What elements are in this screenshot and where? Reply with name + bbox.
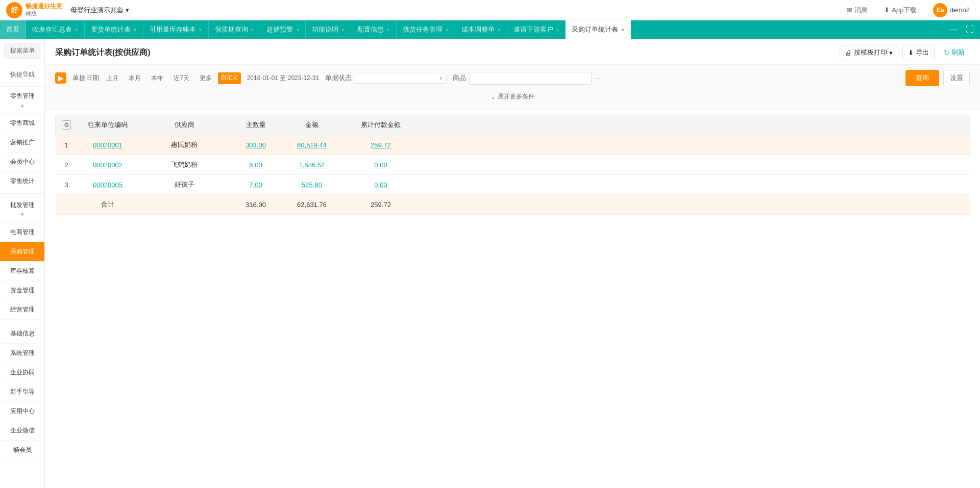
expand-more-area: ⌄ 展开更多条件 xyxy=(55,89,970,104)
tab-shoufuhuizong[interactable]: 收发存汇总表 × xyxy=(26,20,85,39)
close-icon[interactable]: × xyxy=(75,27,78,33)
amount-link[interactable]: 60,519.44 xyxy=(297,141,327,149)
paid-link[interactable]: 0.00 xyxy=(374,181,387,189)
sidebar-item-kucunhesuan[interactable]: 库存核算 xyxy=(0,262,44,281)
refresh-button[interactable]: ↻ 刷新 xyxy=(939,45,970,60)
qty-link[interactable]: 6.00 xyxy=(249,161,262,169)
print-button[interactable]: 🖨 按模板打印 ▾ xyxy=(840,45,898,60)
column-settings-icon[interactable]: ⚙ xyxy=(62,120,71,130)
print-arrow-icon: ▾ xyxy=(889,49,893,57)
sidebar-item-pifaguanli[interactable]: 批发管理 ▼ xyxy=(0,196,44,223)
query-button[interactable]: 查询 xyxy=(905,70,939,86)
tab-peihuorenwu[interactable]: 拣货任务管理 × xyxy=(397,20,455,39)
close-icon[interactable]: × xyxy=(498,27,501,33)
code-link[interactable]: 00020005 xyxy=(93,181,122,189)
close-icon[interactable]: × xyxy=(296,27,299,33)
goods-input[interactable] xyxy=(469,72,592,85)
code-link[interactable]: 00020002 xyxy=(93,161,122,169)
tab-baozhiqi[interactable]: 保质期查询 × xyxy=(209,20,261,39)
amount-link[interactable]: 525.80 xyxy=(302,181,322,189)
sidebar-item-xinshoudayin[interactable]: 新手引导 xyxy=(0,382,44,402)
table-row: 3 00020005 好孩子 7.00 525.80 0.00 xyxy=(56,175,970,195)
tab-home[interactable]: 首页 xyxy=(0,20,26,39)
sidebar-item-label: 系统管理 xyxy=(10,349,35,357)
close-icon[interactable]: × xyxy=(446,27,449,33)
tab-keyongliang[interactable]: 可用量库存账本 × xyxy=(143,20,209,39)
messages-button[interactable]: ✉ 消息 xyxy=(843,4,872,17)
sidebar-item-xitongguanli[interactable]: 系统管理 xyxy=(0,344,44,363)
table-header-row: ⚙ 往来单位编码 供应商 主数量 金额 累计付款金额 xyxy=(56,115,970,135)
qty-link[interactable]: 303.00 xyxy=(246,141,266,149)
quick-nav-button[interactable]: 快捷导航 xyxy=(4,67,40,82)
sidebar-item-qiyexietong[interactable]: 企业协同 xyxy=(0,363,44,382)
row-empty xyxy=(419,135,970,155)
close-icon[interactable]: × xyxy=(341,27,345,33)
date-more-button[interactable]: 更多 xyxy=(195,72,216,84)
close-icon[interactable]: × xyxy=(556,27,559,33)
chevron-icon: ▼ xyxy=(20,212,25,217)
close-icon[interactable]: × xyxy=(199,27,202,33)
goods-more-icon[interactable]: ··· xyxy=(595,74,601,82)
top-bar: 好 畅捷通好生意 标版 母婴行业演示账套 ▾ ✉ 消息 ⬇ App下载 Ea d… xyxy=(0,0,980,20)
tab-chengbentiaozhen[interactable]: 成本调整单 × xyxy=(455,20,507,39)
sidebar-item-ziinjinguanli[interactable]: 资金管理 xyxy=(0,281,44,300)
minimize-button[interactable]: — xyxy=(947,25,960,34)
paid-link[interactable]: 0.00 xyxy=(374,161,387,169)
sidebar-item-huiyuanzhongxin[interactable]: 会员中心 xyxy=(0,152,44,172)
sidebar-item-label: 应用中心 xyxy=(10,407,35,416)
expand-more-button[interactable]: ⌄ 展开更多条件 xyxy=(491,92,534,101)
paid-link[interactable]: 259.72 xyxy=(371,141,391,149)
expand-label: 展开更多条件 xyxy=(498,92,534,101)
filter-expand-button[interactable]: ▶ xyxy=(55,72,66,84)
sidebar-item-qiyeweixin[interactable]: 企业微信 xyxy=(0,421,44,441)
date-7days-button[interactable]: 近7天 xyxy=(169,72,193,84)
sidebar-item-jingyingguanli[interactable]: 经营管理 xyxy=(0,300,44,320)
close-icon[interactable]: × xyxy=(621,27,624,33)
tab-yaohuo[interactable]: 要货单统计表 × xyxy=(85,20,143,39)
user-name: demo2 xyxy=(949,6,970,14)
close-icon[interactable]: × xyxy=(134,27,137,33)
sidebar-item-lingshouguan[interactable]: 零售管理 ▲ xyxy=(0,87,44,114)
app-label: App下载 xyxy=(892,6,917,15)
status-select[interactable]: ▾ xyxy=(355,73,447,84)
qty-link[interactable]: 7.00 xyxy=(249,181,262,189)
row-supplier: 飞鹤奶粉 xyxy=(138,155,230,175)
tab-label: 收发存汇总表 xyxy=(32,25,72,34)
tab-label: 配置信息 xyxy=(357,25,384,34)
row-no: 3 xyxy=(56,175,78,195)
settings-button[interactable]: 设置 xyxy=(943,70,970,86)
row-code: 00020005 xyxy=(77,175,138,195)
user-area[interactable]: Ea demo2 xyxy=(929,1,974,19)
date-this-year-button[interactable]: 本年 xyxy=(147,72,167,84)
sidebar-item-label: 零售商城 xyxy=(10,119,35,127)
date-last-month-button[interactable]: 上月 xyxy=(102,72,122,84)
sidebar-item-dianguangguanli[interactable]: 电商管理 xyxy=(0,223,44,242)
code-link[interactable]: 00020001 xyxy=(93,141,122,149)
sidebar-item-lingshoutaoquan[interactable]: 零售商城 xyxy=(0,114,44,133)
tab-yaoqingxiayou[interactable]: 邀请下游客户 × xyxy=(507,20,566,39)
sidebar-item-label: 企业微信 xyxy=(10,426,35,435)
export-button[interactable]: ⬇ 导出 xyxy=(902,45,935,60)
app-download-button[interactable]: ⬇ App下载 xyxy=(880,4,921,17)
status-filter-label: 单据状态 xyxy=(325,73,352,83)
maximize-button[interactable]: ⛶ xyxy=(964,25,976,34)
sidebar-item-yingxiaotuiguang[interactable]: 营销推广 xyxy=(0,133,44,152)
sidebar-item-yingyongzhongxin[interactable]: 应用中心 xyxy=(0,402,44,421)
amount-link[interactable]: 1,586.52 xyxy=(299,161,325,169)
sidebar-item-label: 库存核算 xyxy=(10,267,35,275)
close-icon[interactable]: × xyxy=(251,27,254,33)
sidebar-item-jichuxinxi[interactable]: 基础信息 xyxy=(0,324,44,344)
table-container: ⚙ 往来单位编码 供应商 主数量 金额 累计付款金额 1 00020001 惠氏… xyxy=(45,110,980,488)
top-bar-right: ✉ 消息 ⬇ App下载 Ea demo2 xyxy=(843,1,974,19)
tab-gongneng[interactable]: 功能说明 × xyxy=(306,20,351,39)
sidebar-item-changhui[interactable]: 畅会员 xyxy=(0,441,44,460)
close-icon[interactable]: × xyxy=(387,27,390,33)
sidebar-item-caigouguanli[interactable]: 采购管理 xyxy=(0,242,44,262)
workspace-selector[interactable]: 母婴行业演示账套 ▾ xyxy=(66,4,133,17)
search-menu-button[interactable]: 搜索菜单 xyxy=(4,43,40,59)
tab-chaochuyu[interactable]: 超储预警 × xyxy=(260,20,306,39)
tab-peizhi[interactable]: 配置信息 × xyxy=(351,20,397,39)
tab-caigoudingdan[interactable]: 采购订单统计表 × xyxy=(566,20,631,39)
sidebar-item-lingshoutongji[interactable]: 零售统计 xyxy=(0,172,44,191)
date-this-month-button[interactable]: 本月 xyxy=(125,72,145,84)
